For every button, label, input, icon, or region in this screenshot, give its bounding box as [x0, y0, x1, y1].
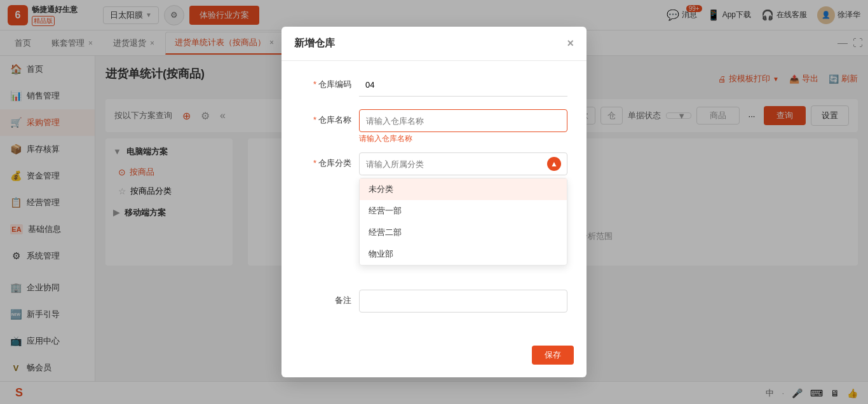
modal-overlay: 新增仓库 × 仓库编码 仓库名称 请输入仓库名称 仓库分类	[0, 0, 868, 404]
warehouse-code-input[interactable]	[359, 74, 567, 97]
modal-body: 仓库编码 仓库名称 请输入仓库名称 仓库分类 ▲ 未分类	[281, 61, 587, 338]
modal-save-button[interactable]: 保存	[532, 346, 574, 365]
modal-header: 新增仓库 ×	[281, 27, 587, 61]
warehouse-name-input[interactable]	[359, 109, 567, 132]
category-dropdown: 未分类 经营一部 经营二部 物业部	[359, 178, 567, 266]
dropdown-item-dept3[interactable]: 物业部	[360, 243, 567, 265]
name-error-message: 请输入仓库名称	[359, 133, 412, 144]
name-label: 仓库名称	[301, 109, 351, 126]
category-select-wrap: ▲ 未分类 经营一部 经营二部 物业部	[359, 152, 567, 175]
dropdown-item-dept2[interactable]: 经营二部	[360, 222, 567, 243]
modal-footer: 保存	[281, 338, 587, 377]
warehouse-note-input[interactable]	[359, 290, 567, 313]
dropdown-item-dept1[interactable]: 经营一部	[360, 200, 567, 222]
new-warehouse-modal: 新增仓库 × 仓库编码 仓库名称 请输入仓库名称 仓库分类	[281, 27, 587, 377]
modal-close-button[interactable]: ×	[567, 37, 574, 50]
category-toggle-button[interactable]: ▲	[547, 157, 561, 171]
warehouse-code-row: 仓库编码	[301, 74, 567, 97]
warehouse-note-row: 备注	[301, 290, 567, 313]
dropdown-item-uncategorized[interactable]: 未分类	[360, 178, 567, 200]
warehouse-name-row: 仓库名称 请输入仓库名称	[301, 109, 567, 132]
note-label: 备注	[301, 290, 351, 306]
warehouse-category-row: 仓库分类 ▲ 未分类 经营一部 经营二部 物业部	[301, 152, 567, 175]
code-label: 仓库编码	[301, 74, 351, 90]
category-input[interactable]	[359, 152, 567, 175]
modal-title: 新增仓库	[294, 37, 335, 50]
category-label: 仓库分类	[301, 152, 351, 169]
